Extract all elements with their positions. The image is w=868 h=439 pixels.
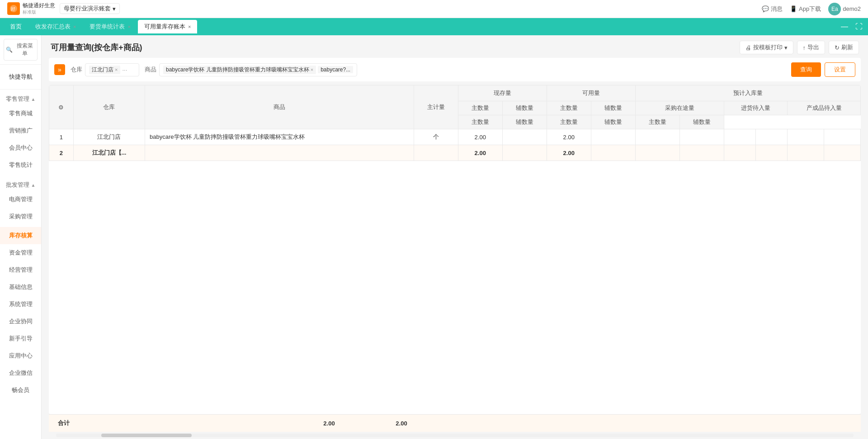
- filter-expand-btn[interactable]: »: [54, 64, 65, 75]
- warehouse-tag-label: 江北门店: [92, 66, 113, 74]
- col-gp-main: 主数量: [547, 115, 591, 129]
- row2-warehouse: 江北门店【...: [73, 145, 145, 161]
- wholesale-label: 批发管理: [6, 181, 29, 189]
- product-tag-2: babycare?...: [318, 66, 353, 73]
- user-action[interactable]: Ea demo2: [828, 3, 861, 15]
- sidebar-item-member-center[interactable]: 会员中心: [0, 139, 41, 156]
- sidebar-item-retail-stats[interactable]: 零售统计: [0, 156, 41, 174]
- refresh-btn[interactable]: ↻ 刷新: [829, 41, 859, 54]
- col-fp-aux: 辅数量: [679, 115, 724, 129]
- sidebar-item-retail-mall[interactable]: 零售商城: [0, 105, 41, 122]
- table-header-row-1: ⚙ 仓库 商品 主计量 现存量 可用量 预计入库量: [49, 85, 861, 101]
- sidebar-item-basic-info[interactable]: 基础信息: [0, 279, 41, 296]
- row2-avail-aux: [591, 145, 635, 161]
- print-icon: 🖨: [745, 44, 751, 51]
- refresh-label: 刷新: [841, 43, 853, 52]
- scrollbar-thumb[interactable]: [101, 434, 192, 437]
- tab-available-stock-label: 可用量库存账本: [144, 23, 185, 31]
- product-label: 商品: [145, 66, 156, 74]
- industry-selector[interactable]: 母婴行业演示账套 ▾: [60, 3, 120, 14]
- scrollbar-track[interactable]: [56, 434, 854, 437]
- sidebar-item-system[interactable]: 系统管理: [0, 296, 41, 313]
- col-gear[interactable]: ⚙: [49, 85, 74, 129]
- tab-receive-summary-label: 收发存汇总表: [35, 23, 71, 31]
- sidebar-item-enterprise[interactable]: 企业协同: [0, 313, 41, 330]
- row1-pt-aux: [679, 129, 724, 145]
- row1-stock-aux: [502, 129, 547, 145]
- warehouse-tag-close[interactable]: ×: [115, 67, 118, 72]
- row2-gp-main: [724, 145, 755, 161]
- sidebar-search: 🔍 搜索菜单: [0, 35, 41, 65]
- row2-stock-main: 2.00: [458, 145, 502, 161]
- warehouse-input[interactable]: 江北门店 × ···: [85, 63, 139, 76]
- tab-available-stock[interactable]: 可用量库存账本 ×: [138, 20, 197, 33]
- retail-label: 零售管理: [6, 95, 29, 103]
- svg-text:好: 好: [11, 6, 15, 11]
- tab-order-stats-close[interactable]: ×: [127, 24, 130, 29]
- tab-receive-summary[interactable]: 收发存汇总表 ×: [29, 20, 82, 33]
- app-download-action[interactable]: 📱 App下载: [790, 5, 821, 13]
- col-gp-aux: 辅数量: [591, 115, 635, 129]
- sidebar-section-wholesale: 批发管理 ▲ 电商管理 采购管理: [0, 175, 41, 227]
- sidebar-search-btn[interactable]: 🔍 搜索菜单: [4, 39, 38, 61]
- col-finished-pending: 产成品待入量: [788, 101, 861, 115]
- row2-pt-main: [635, 145, 679, 161]
- sidebar-item-operations[interactable]: 经营管理: [0, 261, 41, 279]
- message-action[interactable]: 💬 消息: [762, 5, 783, 13]
- warehouse-label: 仓库: [71, 66, 82, 74]
- footer-total-label: 合计: [58, 419, 130, 427]
- sidebar-item-inventory[interactable]: 库存核算: [0, 227, 41, 244]
- template-print-btn[interactable]: 🖨 按模板打印 ▾: [740, 41, 793, 54]
- sidebar-item-ecommerce[interactable]: 电商管理: [0, 191, 41, 208]
- finance-label: 资金管理: [9, 249, 33, 257]
- nav-minus-icon[interactable]: —: [839, 21, 850, 33]
- warehouse-more-icon[interactable]: ···: [122, 66, 127, 73]
- row2-stock-aux: [502, 145, 547, 161]
- tab-order-stats[interactable]: 要货单统计表 ×: [83, 20, 137, 33]
- retail-expand-icon: ▲: [31, 97, 36, 102]
- tab-order-stats-label: 要货单统计表: [90, 23, 125, 31]
- query-btn[interactable]: 查询: [791, 62, 821, 77]
- main-layout: 🔍 搜索菜单 快捷导航 零售管理 ▲ 零售商城 营销推广 会员中心 零售统计: [0, 35, 868, 439]
- row2-fp-aux: [824, 145, 861, 161]
- logo-icon: 好: [7, 2, 20, 15]
- sidebar-item-member[interactable]: 畅会员: [0, 382, 41, 399]
- user-label: demo2: [843, 5, 861, 12]
- sidebar-item-app-center[interactable]: 应用中心: [0, 347, 41, 364]
- row1-warehouse: 江北门店: [73, 129, 145, 145]
- footer-total-bar: 合计 2.00 2.00: [49, 414, 861, 432]
- sidebar-item-enterprise-wechat[interactable]: 企业微信: [0, 364, 41, 382]
- top-bar: 好 畅捷通好生意 标准版 母婴行业演示账套 ▾ 💬 消息 📱 App下载 Ea …: [0, 0, 868, 18]
- app-label: App下载: [799, 5, 821, 13]
- sidebar-item-marketing[interactable]: 营销推广: [0, 122, 41, 139]
- product-tag-1-close[interactable]: ×: [311, 67, 313, 72]
- data-table: ⚙ 仓库 商品 主计量 现存量 可用量 预计入库量 主数量 辅数量 主数量 辅数…: [49, 85, 861, 161]
- scrollbar-area: [42, 432, 868, 439]
- ecommerce-label: 电商管理: [9, 195, 33, 203]
- col-pt-main: 主数量: [458, 115, 502, 129]
- row1-stock-main: 2.00: [458, 129, 502, 145]
- sidebar-item-purchase[interactable]: 采购管理: [0, 208, 41, 225]
- tab-receive-summary-close[interactable]: ×: [73, 24, 76, 29]
- sidebar-section-retail: 零售管理 ▲ 零售商城 营销推广 会员中心 零售统计: [0, 90, 41, 175]
- sidebar-item-quick-nav[interactable]: 快捷导航: [2, 69, 39, 85]
- sidebar-item-guide[interactable]: 新手引导: [0, 330, 41, 347]
- sidebar-section-wholesale-header[interactable]: 批发管理 ▲: [0, 177, 41, 191]
- row1-fp-aux: [824, 129, 861, 145]
- guide-label: 新手引导: [9, 335, 33, 343]
- tab-available-stock-close[interactable]: ×: [188, 24, 191, 29]
- logo: 好 畅捷通好生意 标准版: [7, 2, 55, 15]
- settings-btn[interactable]: 设置: [825, 62, 855, 77]
- sidebar-search-label: 搜索菜单: [14, 42, 35, 57]
- sidebar-section-retail-header[interactable]: 零售管理 ▲: [0, 91, 41, 105]
- col-stock-main: 主数量: [458, 101, 502, 115]
- nav-expand-icon[interactable]: ⛶: [854, 21, 864, 33]
- member-center-label: 会员中心: [9, 144, 33, 152]
- product-input[interactable]: babycare学饮杯 儿童防摔防撞吸管杯重力球吸嘴杯宝宝水杯 × babyca…: [159, 63, 357, 76]
- col-avail-aux: 辅数量: [591, 101, 635, 115]
- tab-home[interactable]: 首页: [4, 20, 28, 33]
- logo-title: 畅捷通好生意: [23, 2, 55, 9]
- export-btn[interactable]: ↑ 导出: [797, 41, 826, 54]
- sidebar-item-finance[interactable]: 资金管理: [0, 244, 41, 261]
- member-label: 畅会员: [12, 386, 29, 394]
